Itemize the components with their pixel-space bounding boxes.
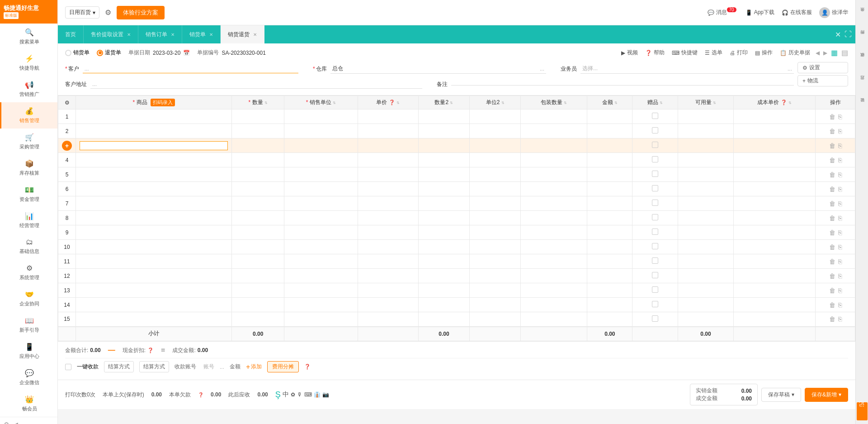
cost-cell[interactable] <box>734 240 816 254</box>
qty-cell[interactable] <box>232 196 284 211</box>
qty2-sort-icon[interactable]: ⇅ <box>450 101 453 105</box>
video-btn[interactable]: ▶ 视频 <box>619 48 640 57</box>
unit-cell[interactable] <box>284 312 358 327</box>
available-cell[interactable] <box>678 312 734 327</box>
delete-icon[interactable]: 🗑 <box>829 258 835 265</box>
cost-cell[interactable] <box>734 225 816 240</box>
price-cell[interactable] <box>358 124 418 138</box>
pack-cell[interactable] <box>521 211 587 225</box>
pack-cell[interactable] <box>521 240 587 254</box>
sidebar-settings-icon[interactable]: ⚙ <box>4 421 9 424</box>
unit-cell[interactable] <box>284 269 358 283</box>
unit2-cell[interactable] <box>470 225 521 240</box>
product-input[interactable] <box>80 141 228 150</box>
product-cell[interactable] <box>76 196 232 211</box>
app-download-button[interactable]: 📱 App下载 <box>745 9 774 16</box>
product-cell[interactable] <box>76 298 232 312</box>
gift-checkbox[interactable] <box>652 229 658 235</box>
tab-4[interactable]: 销货退货✕ <box>221 25 264 43</box>
unit2-cell[interactable] <box>470 240 521 254</box>
pack-cell[interactable] <box>521 153 587 167</box>
unit-cell[interactable] <box>284 138 358 153</box>
expand-icon[interactable]: ⛶ <box>844 30 852 38</box>
address-input[interactable]: ... <box>90 80 422 89</box>
gift-checkbox[interactable] <box>652 185 658 191</box>
sidebar-item-0[interactable]: 🔍搜索菜单 <box>0 24 57 50</box>
price-cell[interactable] <box>358 167 418 182</box>
save-new-button[interactable]: 保存&新增 ▾ <box>805 388 848 402</box>
qty-cell[interactable] <box>232 298 284 312</box>
price-cell[interactable] <box>358 138 418 153</box>
cost-cell[interactable] <box>734 138 816 153</box>
amount-cell[interactable] <box>587 283 632 298</box>
remark-input[interactable] <box>451 83 794 86</box>
radio-shipment[interactable]: 销货单 <box>65 49 90 57</box>
available-cell[interactable] <box>678 225 734 240</box>
qty2-cell[interactable] <box>418 312 469 327</box>
add-row-btn[interactable]: + <box>62 141 72 151</box>
tab-3[interactable]: 销货单✕ <box>182 25 221 43</box>
qty2-cell[interactable] <box>418 196 469 211</box>
trial-button[interactable]: 体验行业方案 <box>117 6 165 19</box>
sidebar-item-13[interactable]: 💬企业微信 <box>0 364 57 391</box>
operate-btn[interactable]: ▤ 操作 <box>753 48 774 57</box>
qty2-cell[interactable] <box>418 110 469 124</box>
available-cell[interactable] <box>678 211 734 225</box>
cost-cell[interactable] <box>734 167 816 182</box>
cost-cell[interactable] <box>734 124 816 138</box>
price-cell[interactable] <box>358 312 418 327</box>
cost-cell[interactable] <box>734 182 816 196</box>
radio-return[interactable]: 退货单 <box>97 49 121 57</box>
one-key-pay-checkbox[interactable] <box>65 364 71 370</box>
available-cell[interactable] <box>678 254 734 269</box>
product-cell[interactable] <box>76 110 232 124</box>
unit2-cell[interactable] <box>470 283 521 298</box>
delete-icon[interactable]: 🗑 <box>829 157 835 164</box>
available-cell[interactable] <box>678 240 734 254</box>
tab-close-1[interactable]: ✕ <box>127 32 131 37</box>
available-cell[interactable] <box>678 110 734 124</box>
amount-cell[interactable] <box>587 240 632 254</box>
history-btn[interactable]: 📋 历史单据 <box>778 48 812 57</box>
amount-cell[interactable] <box>587 167 632 182</box>
qty-cell[interactable] <box>232 182 284 196</box>
qty-cell[interactable] <box>232 254 284 269</box>
qty2-cell[interactable] <box>418 283 469 298</box>
unit-cell[interactable] <box>284 153 358 167</box>
qty-cell[interactable] <box>232 211 284 225</box>
available-cell[interactable] <box>678 298 734 312</box>
unit2-cell[interactable] <box>470 269 521 283</box>
gift-checkbox[interactable] <box>652 113 658 119</box>
available-cell[interactable] <box>678 283 734 298</box>
product-cell[interactable] <box>76 240 232 254</box>
price-cell[interactable] <box>358 211 418 225</box>
list-view-icon[interactable]: ▤ <box>841 48 848 57</box>
pack-cell[interactable] <box>521 283 587 298</box>
gift-checkbox[interactable] <box>652 301 658 307</box>
copy-icon[interactable]: ⎘ <box>838 301 842 309</box>
copy-icon[interactable]: ⎘ <box>838 243 842 251</box>
price-sort-icon[interactable]: ⇅ <box>396 101 400 105</box>
product-cell[interactable] <box>76 138 232 153</box>
gift-checkbox[interactable] <box>652 171 658 177</box>
sidebar-item-9[interactable]: ⚙系统管理 <box>0 259 57 286</box>
unit2-sort-icon[interactable]: ⇅ <box>501 101 505 105</box>
product-cell[interactable] <box>76 124 232 138</box>
qty-cell[interactable] <box>232 110 284 124</box>
gift-checkbox[interactable] <box>652 156 658 162</box>
product-cell[interactable] <box>76 225 232 240</box>
unit2-cell[interactable] <box>470 254 521 269</box>
discount-help-icon[interactable]: ❓ <box>147 348 154 353</box>
settings-button[interactable]: ⚙ 设置 <box>797 62 848 73</box>
qty-cell[interactable] <box>232 312 284 327</box>
qty2-cell[interactable] <box>418 211 469 225</box>
copy-icon[interactable]: ⎘ <box>838 171 842 178</box>
qty-cell[interactable] <box>232 269 284 283</box>
qty-cell[interactable] <box>232 138 284 153</box>
price-cell[interactable] <box>358 110 418 124</box>
unit-cell[interactable] <box>284 196 358 211</box>
tab-1[interactable]: 售价提取设置✕ <box>84 25 138 43</box>
cost-cell[interactable] <box>734 312 816 327</box>
qty-cell[interactable] <box>232 240 284 254</box>
product-cell[interactable] <box>76 312 232 327</box>
